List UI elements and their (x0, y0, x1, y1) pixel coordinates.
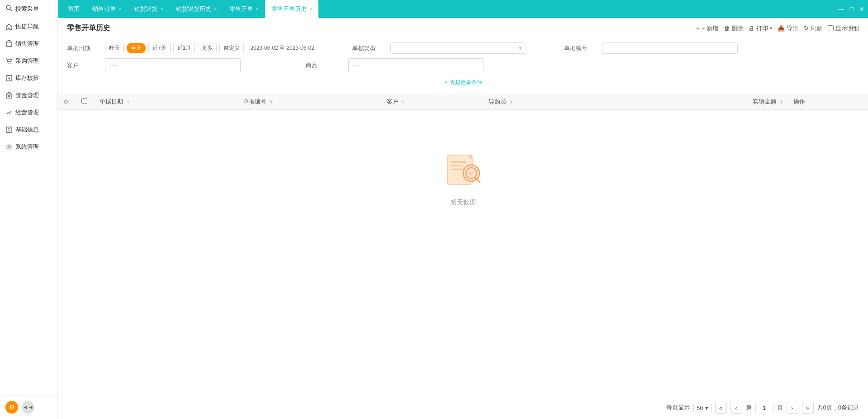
svg-line-1 (10, 9, 12, 11)
date-btn-custom[interactable]: 自定义 (219, 43, 244, 53)
sidebar-item-quick-nav[interactable]: 快捷导航 (0, 18, 57, 35)
sidebar-item-label: 快捷导航 (15, 23, 39, 31)
next-page-button[interactable]: › (787, 402, 798, 414)
col-doc-no[interactable]: 单据编号 ⇅ (237, 94, 381, 110)
col-guide[interactable]: 导购员 ⇅ (483, 94, 606, 110)
tab-retail-open-history[interactable]: 零售开单历史 × (265, 0, 318, 18)
col-doc-no-label: 单据编号 (243, 98, 266, 105)
sidebar-collapse-button[interactable]: ◄◄ (22, 401, 34, 414)
window-minimize-button[interactable]: — (838, 5, 844, 13)
page-size-dropdown-icon: ▾ (705, 405, 708, 411)
date-btn-yesterday[interactable]: 昨天 (105, 43, 124, 53)
main-area: 首页 销售订单 × 销货退货 × 销货退货历史 × 零售开单 × 零售开单历史 … (58, 0, 868, 419)
tab-retail-open[interactable]: 零售开单 × (223, 0, 265, 18)
sidebar-item-basic-info[interactable]: 基础信息 (0, 121, 57, 138)
sidebar-item-purchase-mgmt[interactable]: 采购管理 (0, 52, 57, 70)
col-doc-date[interactable]: 单据日期 ⇅ (94, 94, 237, 110)
sidebar-search-label: 搜索采单 (15, 5, 39, 13)
doc-type-select[interactable]: ▾ (390, 42, 526, 54)
sidebar-item-finance[interactable]: 资金管理 (0, 87, 57, 104)
page-input[interactable] (755, 403, 773, 413)
sidebar-item-inventory[interactable]: 库存核算 (0, 70, 57, 87)
customer-input[interactable]: ··· (105, 58, 241, 72)
select-all-checkbox[interactable] (81, 98, 87, 104)
product-label: 商品 (306, 61, 333, 70)
col-actual-amount-label: 实销金额 (753, 98, 776, 105)
refresh-button[interactable]: ↻ 刷新 (804, 24, 822, 33)
settings-gear-button[interactable]: ⚙ (5, 401, 18, 414)
sidebar-item-label: 系统管理 (15, 143, 39, 151)
system-icon (5, 143, 13, 151)
show-detail-button[interactable]: 显示明细 (828, 24, 859, 33)
col-actual-amount[interactable]: 实销金额 ⇅ (644, 94, 787, 110)
export-button[interactable]: 📤 导出 (778, 24, 798, 33)
finance-icon (5, 92, 13, 99)
col-customer[interactable]: 客户 ⇅ (381, 94, 483, 110)
window-maximize-button[interactable]: □ (850, 5, 854, 13)
svg-point-7 (9, 95, 10, 97)
pagination: 每页显示 50 ▾ « ‹ 第 页 › » 共0页，0条记录 (58, 396, 868, 419)
tab-sales-order[interactable]: 销售订单 × (86, 0, 128, 18)
date-btn-today[interactable]: 今天 (127, 43, 146, 53)
customer-input-ellipsis: ··· (109, 61, 117, 70)
per-page-label: 每页显示 (666, 404, 690, 412)
empty-text: 暂无数据 (451, 198, 476, 207)
date-btn-last7[interactable]: 近7天 (148, 43, 171, 53)
prev-page-button[interactable]: ‹ (730, 402, 742, 414)
tab-label: 销货退货 (134, 5, 157, 13)
sidebar-item-sales-mgmt[interactable]: 销售管理 (0, 35, 57, 52)
window-close-button[interactable]: ✕ (859, 5, 864, 13)
export-icon: 📤 (778, 25, 785, 32)
doc-type-label: 单据类型 (352, 44, 379, 52)
tab-label: 零售开单 (229, 5, 253, 13)
tab-home[interactable]: 首页 (62, 0, 86, 18)
first-page-button[interactable]: « (715, 402, 727, 414)
product-input[interactable]: ··· (348, 58, 484, 72)
date-btn-more[interactable]: 更多 (198, 43, 217, 53)
add-button[interactable]: + + 新增 (696, 24, 718, 33)
sort-icon: ⇅ (401, 99, 404, 104)
table-checkbox-header (76, 94, 94, 110)
date-range-display: 2023-06-02 至 2023-06-02 (250, 44, 314, 52)
doc-no-input[interactable] (602, 42, 738, 54)
tab-label: 销货退货历史 (176, 5, 211, 13)
next-page-icon: › (791, 405, 793, 411)
content-area: 零售开单历史 + + 新增 🗑 删除 🖨 打印 ▾ 📤 导出 (58, 18, 868, 419)
svg-rect-8 (6, 127, 12, 132)
print-button[interactable]: 🖨 打印 ▾ (749, 24, 772, 33)
last-page-icon: » (806, 405, 809, 411)
search-icon (5, 5, 13, 13)
inventory-icon (5, 75, 13, 82)
col-operation-label: 操作 (793, 98, 805, 105)
close-icon[interactable]: × (214, 6, 217, 12)
sort-icon: ⇅ (509, 99, 512, 104)
close-icon[interactable]: × (160, 6, 163, 12)
basic-info-icon (5, 126, 13, 133)
svg-point-4 (10, 63, 11, 64)
delete-button[interactable]: 🗑 删除 (724, 24, 743, 33)
operation-icon (5, 109, 13, 116)
sidebar-search[interactable]: 搜索采单 (0, 0, 57, 18)
page-size-select[interactable]: 50 ▾ (693, 403, 711, 413)
last-page-button[interactable]: » (802, 402, 814, 414)
close-icon[interactable]: × (256, 6, 258, 12)
table-area: ⚙ 单据日期 ⇅ 单据编号 ⇅ (58, 94, 868, 396)
home-icon (5, 23, 13, 30)
sidebar-item-label: 库存核算 (15, 74, 39, 82)
close-icon[interactable]: × (309, 6, 312, 12)
sidebar-bottom: ⚙ ◄◄ (0, 395, 57, 419)
sidebar-item-operation[interactable]: 经营管理 (0, 104, 57, 121)
table-settings-icon[interactable]: ⚙ (63, 99, 69, 105)
collapse-filter-button[interactable]: ∧ 收起更多条件 (67, 77, 859, 88)
add-icon: + (696, 25, 700, 32)
tab-sales-return[interactable]: 销货退货 × (128, 0, 169, 18)
close-icon[interactable]: × (119, 6, 121, 12)
sidebar-item-sys-mgmt[interactable]: 系统管理 (0, 138, 57, 155)
date-btn-last-month[interactable]: 近1月 (173, 43, 195, 53)
sidebar-item-label: 经营管理 (15, 108, 39, 117)
page-size-value: 50 (697, 405, 703, 411)
tab-sales-return-history[interactable]: 销货退货历史 × (170, 0, 223, 18)
show-detail-checkbox[interactable] (828, 25, 834, 31)
print-label: 打印 (756, 24, 768, 33)
page-label-2: 页 (777, 404, 783, 412)
